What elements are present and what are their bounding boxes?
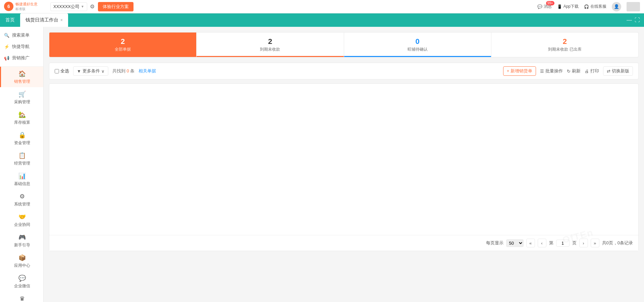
tab-bar: 首页 钱货日清工作台 × — ⛶ [0,13,644,27]
stat-card-pending[interactable]: 0 旺辅待确认 [344,33,491,57]
content-area: 2 全部单据 2 到期未收款 0 旺辅待确认 2 到期未收款 已出库 [44,27,644,302]
sidebar-item-app-center[interactable]: 📦 应用中心 [0,251,43,271]
sidebar-item-beginner-label: 新手引导 [14,242,30,248]
basic-info-icon: 📊 [18,172,26,180]
batch-label: 批量操作 [545,68,563,74]
first-page-btn[interactable]: « [526,239,535,247]
sidebar-item-purchase[interactable]: 🛒 采购管理 [0,87,43,108]
page-input[interactable] [556,240,570,247]
sidebar-item-inventory-label: 库存核算 [14,120,30,125]
batch-icon: ☰ [540,69,544,74]
company-selector[interactable]: XXXXXX公司 ▼ [50,2,87,11]
finance-icon: 🔒 [18,131,26,139]
message-btn[interactable]: 💬 消息 99+ [537,4,552,9]
filter-chevron-icon: ∨ [101,69,105,74]
sidebar-item-inventory[interactable]: 🏡 库存核算 [0,108,43,128]
sidebar-item-wechat-label: 企业微信 [14,283,30,289]
stat-card-shipped[interactable]: 2 到期未收款 已出库 [491,33,638,57]
sidebar-item-enterprise[interactable]: 🤝 企业协同 [0,210,43,230]
stat-card-overdue[interactable]: 2 到期未收款 [197,33,344,57]
select-all-text: 全选 [60,68,69,74]
add-sales-btn[interactable]: + 新增销货单 [503,66,536,76]
sidebar-item-sales[interactable]: 🏠 销售管理 [0,67,43,87]
avatar[interactable]: 👤 [612,2,621,11]
prev-page-icon: ‹ [541,241,542,246]
sidebar-item-member[interactable]: ♛ 畅会员 [0,292,43,302]
switch-label: 切换新版 [612,68,629,74]
tab-minimize-icon[interactable]: — [627,17,632,23]
logo-area: 6 畅捷通好生意 标准版 [4,2,48,11]
tab-active[interactable]: 钱货日清工作台 × [20,13,68,27]
user-icon: 👤 [614,4,619,9]
sales-icon: 🏠 [18,70,26,77]
tab-close-icon[interactable]: × [60,18,63,22]
top-header: 6 畅捷通好生意 标准版 XXXXXX公司 ▼ ⚙ 体验行业方案 💬 消息 99… [0,0,644,13]
stat-card-all[interactable]: 2 全部单据 [49,33,197,57]
stat-label-pending: 旺辅待确认 [351,47,484,52]
main-layout: 🔍 搜索菜单 ⚡ 快捷导航 📢 营销推广 🏠 销售管理 🛒 采购管理 🏡 库存核… [0,27,644,302]
filter-icon: ▼ [77,69,81,74]
sidebar-top: 🔍 搜索菜单 ⚡ 快捷导航 📢 营销推广 [0,27,43,67]
page-suffix: 页 [572,240,577,246]
tab-maximize-icon[interactable]: ⛶ [635,17,640,23]
related-records-link[interactable]: 相关单据 [139,68,156,74]
batch-btn[interactable]: ☰ 批量操作 [540,68,563,74]
refresh-icon: ↻ [567,69,571,74]
print-label: 打印 [590,68,599,74]
sidebar-item-system[interactable]: ⚙ 系统管理 [0,189,43,210]
quick-nav-label: 快捷导航 [12,44,30,50]
select-all-label[interactable]: 全选 [55,68,69,74]
quick-nav-icon: ⚡ [4,44,9,49]
enterprise-icon: 🤝 [18,213,26,221]
sidebar-item-basic-info-label: 基础信息 [14,181,30,187]
inventory-icon: 🏡 [18,111,26,118]
message-badge: 99+ [546,1,554,5]
marketing-icon: 📢 [4,56,9,61]
select-all-checkbox[interactable] [55,69,59,73]
sidebar-item-operations[interactable]: 📋 经营管理 [0,148,43,169]
member-icon: ♛ [19,295,25,302]
search-icon: 🔍 [4,33,9,38]
pagination: 每页显示 50 100 200 « ‹ 第 页 › [49,235,638,251]
sidebar-item-sales-label: 销售管理 [14,79,30,84]
sidebar-item-finance[interactable]: 🔒 资金管理 [0,128,43,148]
last-page-icon: » [594,241,596,246]
stat-label-shipped: 到期未收款 已出库 [498,47,632,52]
refresh-btn[interactable]: ↻ 刷新 [567,68,581,74]
page-size-label: 每页显示 [486,240,503,246]
table-area: 每页显示 50 100 200 « ‹ 第 页 › [49,83,639,251]
tab-bar-right: — ⛶ [627,17,644,23]
settings-icon[interactable]: ⚙ [90,3,95,10]
print-btn[interactable]: 🖨 打印 [585,68,599,74]
filter-btn[interactable]: ▼ 更多条件 ∨ [73,66,108,76]
message-icon: 💬 [537,4,542,9]
tab-home[interactable]: 首页 [0,13,20,27]
stat-bar-overdue [197,56,343,57]
logo-text: 畅捷通好生意 [15,2,38,6]
sidebar-search[interactable]: 🔍 搜索菜单 [0,29,43,41]
last-page-btn[interactable]: » [591,239,599,247]
stat-number-overdue: 2 [203,37,337,46]
chevron-down-icon: ▼ [81,5,84,8]
experience-btn[interactable]: 体验行业方案 [98,2,133,11]
app-download-btn[interactable]: 📱 App下载 [557,4,579,9]
first-page-icon: « [529,241,532,246]
found-count: 0 [127,68,129,73]
prev-page-btn[interactable]: ‹ [538,239,546,247]
next-page-btn[interactable]: › [579,239,588,247]
sidebar-item-wechat[interactable]: 💬 企业微信 [0,271,43,292]
switch-icon: ⇄ [607,69,610,74]
sidebar-quick-nav[interactable]: ⚡ 快捷导航 [0,41,43,52]
sidebar-item-basic-info[interactable]: 📊 基础信息 [0,169,43,189]
switch-btn[interactable]: ⇄ 切换新版 [603,66,633,76]
logo-badge: 标准版 [15,7,38,11]
user-extra-area [627,2,640,11]
online-service-label: 在线客服 [590,4,606,9]
sidebar-item-beginner[interactable]: 🎮 新手引导 [0,230,43,251]
wechat-icon: 💬 [18,275,26,282]
sidebar-marketing[interactable]: 📢 营销推广 [0,52,43,64]
page-size-select[interactable]: 50 100 200 [506,239,524,247]
total-label: 共0页，0条记录 [602,240,633,246]
online-service-btn[interactable]: 🎧 在线客服 [584,4,606,9]
app-download-label: App下载 [564,4,579,9]
